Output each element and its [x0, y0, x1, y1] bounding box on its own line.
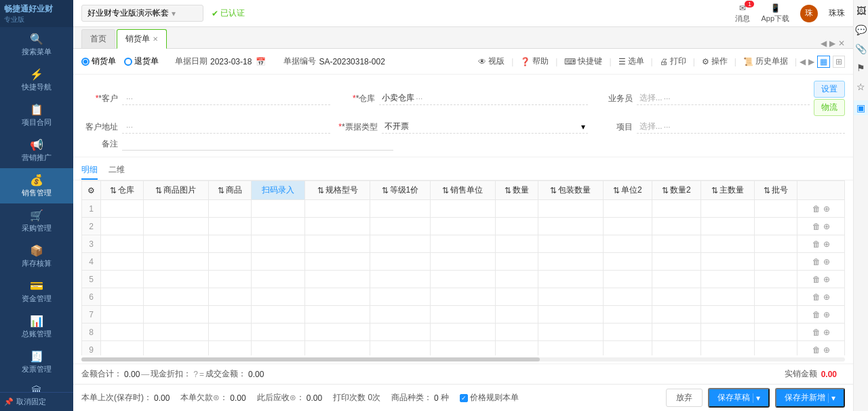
message-button[interactable]: ✉ 消息 1: [735, 3, 750, 24]
sidebar-item-ledger[interactable]: 📊 总账管理: [0, 309, 73, 345]
table-row[interactable]: 8🗑⊕: [82, 324, 845, 341]
copy-icon[interactable]: ⊕: [822, 310, 831, 319]
tab-2d[interactable]: 二维: [108, 161, 125, 180]
calendar-icon[interactable]: 📅: [254, 57, 267, 66]
delete-icon[interactable]: 🗑: [811, 310, 822, 319]
table-row[interactable]: 1🗑⊕: [82, 200, 845, 218]
th-scan[interactable]: 扫码录入: [251, 181, 304, 200]
cell-batch[interactable]: [755, 200, 797, 218]
rp-image-icon[interactable]: 🖼: [856, 5, 866, 16]
settings-button[interactable]: 设置: [814, 81, 845, 98]
copy-icon[interactable]: ⊕: [822, 328, 831, 337]
cell-qty2[interactable]: [652, 200, 701, 218]
copy-icon[interactable]: ⊕: [822, 345, 831, 355]
nav-prev-icon[interactable]: ◀: [800, 57, 806, 66]
help-btn[interactable]: ❓ 帮助: [516, 54, 553, 68]
select-btn[interactable]: ☰ 选单: [614, 54, 648, 68]
table-row[interactable]: 2🗑⊕: [82, 218, 845, 235]
rp-attach-icon[interactable]: 📎: [855, 43, 867, 54]
salesperson-dots[interactable]: ···: [664, 94, 671, 103]
table-row[interactable]: 5🗑⊕: [82, 271, 845, 288]
cell-unit2[interactable]: [603, 200, 652, 218]
sidebar-pin-toggle[interactable]: 📌 取消固定: [0, 392, 73, 411]
table-row[interactable]: 6🗑⊕: [82, 288, 845, 306]
cell-qty[interactable]: [495, 200, 538, 218]
cell-product[interactable]: [208, 200, 251, 218]
cell-warehouse[interactable]: [101, 200, 144, 218]
cell-spec[interactable]: [304, 200, 370, 218]
delete-icon[interactable]: 🗑: [811, 345, 822, 355]
th-settings[interactable]: ⚙: [82, 181, 101, 200]
rp-chat-icon[interactable]: 💬: [855, 24, 867, 35]
tab-detail[interactable]: 明细: [81, 161, 98, 180]
cell-scan[interactable]: [251, 200, 304, 218]
print-btn[interactable]: 🖨 打印: [656, 54, 690, 68]
cell-price1[interactable]: [370, 200, 431, 218]
save-new-arrow[interactable]: ▾: [828, 393, 835, 403]
warehouse-input[interactable]: 小卖仓库 ···: [379, 92, 587, 105]
delete-icon[interactable]: 🗑: [811, 328, 822, 337]
rp-star-icon[interactable]: ☆: [856, 81, 865, 92]
tab-next-icon[interactable]: ▶: [829, 39, 835, 48]
company-selector[interactable]: 好业财专业版演示帐套 ▾: [81, 5, 203, 22]
invoice-select[interactable]: 不开票 ▾: [382, 120, 588, 134]
history-btn[interactable]: 📜 历史单据: [739, 54, 792, 68]
rp-active-icon[interactable]: ▣: [854, 100, 869, 115]
tab-home[interactable]: 首页: [81, 29, 115, 48]
scrollbar-thumb[interactable]: [81, 357, 540, 361]
project-dots[interactable]: ···: [664, 122, 671, 132]
copy-icon[interactable]: ⊕: [822, 275, 831, 284]
sidebar-item-purchase[interactable]: 🛒 采购管理: [0, 203, 73, 239]
table-row[interactable]: 7🗑⊕: [82, 306, 845, 324]
view-btn[interactable]: 👁 视版: [474, 54, 509, 68]
sidebar-item-marketing[interactable]: 📢 营销推广: [0, 133, 73, 168]
address-input[interactable]: ···: [122, 120, 330, 134]
salesperson-input[interactable]: 选择... ···: [637, 92, 810, 105]
delete-icon[interactable]: 🗑: [811, 239, 822, 249]
save-new-button[interactable]: 保存并新增 ▾: [775, 388, 845, 408]
table-row[interactable]: 4🗑⊕: [82, 253, 845, 271]
save-draft-arrow[interactable]: ▾: [753, 393, 760, 403]
table-row[interactable]: 9🗑⊕: [82, 341, 845, 356]
sidebar-item-invoice[interactable]: 🧾 发票管理: [0, 345, 73, 380]
sidebar-item-tax[interactable]: 🏛 税务管理: [0, 380, 73, 392]
delete-icon[interactable]: 🗑: [811, 204, 822, 214]
nav-next-icon[interactable]: ▶: [808, 57, 814, 66]
sidebar-item-quicknav[interactable]: ⚡ 快捷导航: [0, 62, 73, 98]
table-row[interactable]: 3🗑⊕: [82, 235, 845, 253]
customer-input[interactable]: ···: [122, 92, 330, 105]
scroll-bar[interactable]: [73, 355, 853, 364]
cell-image[interactable]: [143, 200, 208, 218]
delete-icon[interactable]: 🗑: [811, 292, 822, 302]
price-rule-item[interactable]: ✓ 价格规则本单: [460, 392, 519, 404]
delete-icon[interactable]: 🗑: [811, 222, 822, 231]
sidebar-item-search[interactable]: 🔍 搜索菜单: [0, 27, 73, 62]
copy-icon[interactable]: ⊕: [822, 204, 831, 214]
remark-input[interactable]: [122, 138, 393, 151]
warehouse-dots[interactable]: ···: [416, 94, 422, 103]
radio-return[interactable]: 退货单: [124, 56, 159, 67]
shortcut-btn[interactable]: ⌨ 快捷键: [560, 54, 606, 68]
sidebar-item-funds[interactable]: 💳 资金管理: [0, 274, 73, 309]
copy-icon[interactable]: ⊕: [822, 257, 831, 267]
sidebar-item-inventory[interactable]: 📦 库存核算: [0, 239, 73, 274]
user-avatar[interactable]: 珠: [800, 5, 818, 22]
stock-button[interactable]: 物流: [814, 99, 845, 116]
layout-grid-icon[interactable]: ⊞: [833, 56, 845, 68]
delete-icon[interactable]: 🗑: [811, 275, 822, 284]
rp-flag-icon[interactable]: ⚑: [856, 62, 865, 73]
app-download-button[interactable]: 📱 App下载: [761, 3, 789, 24]
abandon-button[interactable]: 放弃: [666, 389, 703, 407]
customer-dots[interactable]: ···: [126, 94, 133, 103]
sidebar-item-sales[interactable]: 💰 销售管理: [0, 168, 73, 203]
radio-sale[interactable]: 销货单: [81, 56, 116, 67]
layout-list-icon[interactable]: ▦: [817, 56, 830, 68]
ops-btn[interactable]: ⚙ 操作: [698, 54, 732, 68]
sidebar-item-project[interactable]: 📋 项目合同: [0, 98, 73, 133]
tab-close-icon[interactable]: ✕: [153, 35, 158, 43]
project-input[interactable]: 选择... ···: [637, 120, 845, 134]
tab-close-all-icon[interactable]: ✕: [838, 39, 845, 48]
address-dots[interactable]: ···: [126, 122, 133, 132]
cell-mainqty[interactable]: [701, 200, 754, 218]
cell-pkg[interactable]: [538, 200, 603, 218]
